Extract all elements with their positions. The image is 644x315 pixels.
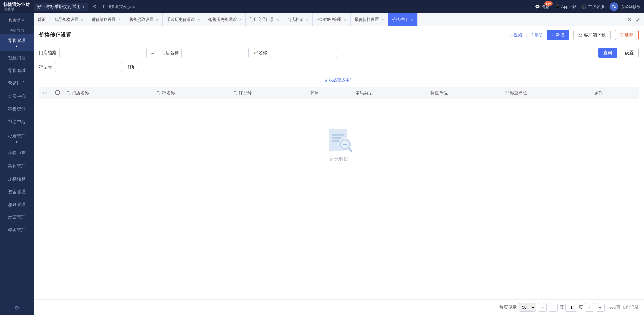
user-profile[interactable]: Ea 徐泽华修改 [610,2,641,11]
per-page-select[interactable]: 10 20 50 100 [519,303,536,312]
tab-price-scale-close[interactable]: × [411,18,413,22]
tab-min-discount-close[interactable]: × [382,18,384,22]
filter-scale-model: 秤型号 [39,62,122,72]
version-selector[interactable]: 好业财标准版交付试用 ▾ [34,3,88,11]
smart-store-label: 智慧门店 [8,55,26,61]
online-service-action[interactable]: 🎧 在线客服 [582,4,604,10]
collapse-button[interactable]: ∧ 收起更多条件 [325,77,353,83]
tab-price-scale[interactable]: 价格传秤 × [388,13,417,26]
message-action[interactable]: 💬 消息 99+ [535,4,549,10]
scale-model-input[interactable] [55,62,122,72]
sidebar-item-retail-manage[interactable]: 零售管理 ▲ [0,34,34,51]
tab-sale-history-close[interactable]: × [239,18,241,22]
sidebar-item-wholesale-manage[interactable]: 批发管理 ▼ [0,130,34,147]
sidebar-item-marketing[interactable]: 营销推广 [0,77,34,90]
filter-store-profile: 门店档案 ··· [39,48,156,58]
tab-commodity-price[interactable]: 商品价格设置 × [50,13,87,26]
scale-ip-input[interactable] [138,62,205,72]
tab-min-discount[interactable]: 最低折扣设置 × [351,13,388,26]
sidebar-item-tax-manage[interactable]: 税务管理 [0,224,34,237]
tab-pos-manage[interactable]: POS加密管理 × [313,13,351,26]
sidebar-gear-icon[interactable]: ⚙ [14,301,19,315]
settings-icon[interactable]: ⚙ [91,3,98,11]
sidebar: 搜索菜单 快捷导航 零售管理 ▲ 智慧门店 零售商城 营销推广 会员中心 零售统… [0,13,34,315]
tab-store-profile-close[interactable]: × [306,18,308,22]
help-link[interactable]: ? 帮助 [531,32,543,38]
tab-purchase-strategy-close[interactable]: × [118,18,120,22]
tab-sale-price-close[interactable]: × [156,18,158,22]
app-logo: 畅捷通好业财 标准版 [3,2,30,12]
sidebar-item-purchase-manage[interactable]: 采购管理 [0,160,34,173]
tab-commodity-price-close[interactable]: × [81,18,83,22]
video-link[interactable]: ▷ 视频 [510,32,522,38]
first-page-button[interactable]: ⏮ [538,303,547,312]
scale-name-input[interactable] [270,48,337,58]
chevron-up-icon: ∧ [325,78,328,83]
ellipsis-button[interactable]: ··· [149,50,156,56]
avatar: Ea [610,2,618,11]
next-page-button[interactable]: › [585,303,594,312]
close-tab-button[interactable]: ✕ [626,16,633,24]
sidebar-item-general-ledger[interactable]: 总账管理 [0,198,34,211]
tab-store-profile[interactable]: 门店档案 × [283,13,313,26]
content-area: 价格传秤设置 ▷ 视频 | ? 帮助 + 新增 凸 客户端下载 ⊟ [34,26,644,315]
sidebar-item-member-center[interactable]: 会员中心 [0,90,34,103]
th-store-name[interactable]: ⇅ 门店名称 [63,87,153,99]
tab-pos-manage-close[interactable]: × [344,18,346,22]
version-label: 好业财标准版交付试用 [37,4,81,10]
svg-line-8 [349,148,352,151]
table-wrapper: ⚙ ⇅ 门店名称 ⇅ 秤名称 [34,87,644,299]
query-button[interactable]: 查询 [598,48,617,58]
tab-purchase-history[interactable]: 采购历史价跟踪 × [163,13,204,26]
page-indicator: 算 页 [560,303,583,312]
svg-rect-1 [332,134,344,136]
eye-icon: 👁 [102,4,106,9]
sidebar-item-help-center[interactable]: 帮助中心 [0,115,34,128]
tax-manage-label: 税务管理 [8,227,26,233]
expand-tab-button[interactable]: ⤢ [634,16,641,24]
tab-home-label: 首页 [38,17,46,23]
filter-row-2: 秤型号 秤ip [39,62,639,72]
add-button[interactable]: + 新增 [547,30,569,40]
delete-button[interactable]: ⊟ 删除 [615,30,639,40]
tab-purchase-strategy[interactable]: 进价策略设置 × [87,13,125,26]
sidebar-item-fund-manage[interactable]: 资金管理 [0,185,34,198]
tab-store-catalog[interactable]: 门店商品目录 × [246,13,283,26]
purchase-manage-label: 采购管理 [8,163,26,169]
store-profile-label: 门店档案 [39,50,57,56]
sidebar-item-xiaochu-ecom[interactable]: 小畅电商 [0,147,34,160]
filter-row-1: 门店档案 ··· 门店名称 秤名称 查询 [39,48,639,58]
page-input[interactable] [565,303,577,312]
tab-sale-history[interactable]: 销售历史价跟踪 × [204,13,246,26]
demo-link[interactable]: 👁 我要看实例演示 [102,4,135,10]
tab-commodity-price-label: 商品价格设置 [54,17,78,23]
config-button[interactable]: 设置 [620,48,639,58]
last-page-button[interactable]: ⏭ [596,303,605,312]
prev-page-button[interactable]: ‹ [549,303,558,312]
sidebar-item-smart-store[interactable]: 智慧门店 [0,51,34,64]
video-label: 视频 [514,32,522,38]
sidebar-item-inventory[interactable]: 库存核算 [0,173,34,185]
tab-bar: 首页 商品价格设置 × 进价策略设置 × 售价提取设置 × [34,13,644,26]
select-all-checkbox[interactable] [55,90,60,95]
sidebar-item-retail-stats[interactable]: 零售统计 [0,103,34,115]
store-name-input[interactable] [181,48,249,58]
th-scale-model[interactable]: ⇅ 秤型号 [230,87,307,99]
store-profile-input[interactable] [59,48,147,58]
tab-store-catalog-close[interactable]: × [277,18,279,22]
download-button[interactable]: 凸 客户端下载 [573,30,611,40]
tab-home[interactable]: 首页 [34,13,50,26]
table-header-row: ⚙ ⇅ 门店名称 ⇅ 秤名称 [39,87,639,99]
sidebar-item-invoice-manage[interactable]: 发票管理 [0,211,34,224]
tab-purchase-history-close[interactable]: × [198,18,200,22]
th-gear[interactable]: ⚙ [39,87,51,99]
app-download-action[interactable]: 📱 App下载 [555,4,576,10]
sidebar-item-retail-mall[interactable]: 零售商城 [0,64,34,77]
sidebar-search[interactable]: 搜索菜单 [9,13,25,26]
top-actions: 💬 消息 99+ 📱 App下载 🎧 在线客服 Ea 徐泽华修改 [535,2,641,11]
sidebar-divider [3,129,30,129]
th-scale-name[interactable]: ⇅ 秤名称 [153,87,230,99]
tab-sale-price[interactable]: 售价提取设置 × [125,13,163,26]
message-icon: 💬 [535,4,540,9]
headset-icon: 🎧 [582,4,587,9]
